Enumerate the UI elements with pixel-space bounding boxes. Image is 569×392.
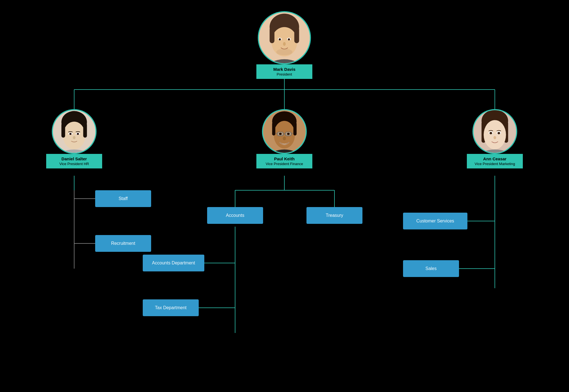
customer-services-label: Customer Services bbox=[416, 219, 454, 224]
mark-davis-label: Mark Davis President bbox=[256, 64, 312, 79]
sales-box: Sales bbox=[403, 260, 459, 277]
svg-point-38 bbox=[484, 120, 506, 149]
svg-point-41 bbox=[490, 132, 492, 134]
paul-title: Vice President Finance bbox=[259, 162, 310, 166]
ann-ceasar-avatar bbox=[472, 109, 517, 154]
paul-keith-face bbox=[263, 110, 306, 153]
mark-davis-avatar bbox=[258, 11, 311, 64]
paul-name: Paul Keith bbox=[259, 156, 310, 162]
svg-point-10 bbox=[276, 49, 292, 55]
treasury-label: Treasury bbox=[326, 213, 343, 218]
recruitment-box: Recruitment bbox=[95, 235, 151, 252]
svg-rect-24 bbox=[272, 122, 275, 136]
svg-rect-14 bbox=[61, 123, 65, 138]
svg-point-42 bbox=[498, 132, 500, 134]
ann-name: Ann Ceasar bbox=[469, 156, 521, 162]
svg-point-7 bbox=[279, 38, 281, 41]
tax-dept-box: Tax Department bbox=[143, 299, 199, 316]
svg-point-32 bbox=[287, 133, 290, 135]
paul-keith-label: Paul Keith Vice President Finance bbox=[256, 154, 312, 168]
staff-box: Staff bbox=[95, 190, 151, 207]
staff-label: Staff bbox=[119, 196, 128, 201]
svg-point-20 bbox=[73, 136, 76, 139]
daniel-name: Daniel Salter bbox=[48, 156, 100, 162]
ann-ceasar-card: Ann Ceasar Vice President Marketing bbox=[467, 109, 523, 168]
ann-ceasar-face bbox=[474, 110, 516, 153]
svg-rect-4 bbox=[294, 27, 299, 43]
svg-rect-25 bbox=[293, 122, 296, 136]
mark-davis-name: Mark Davis bbox=[259, 67, 310, 72]
paul-keith-card: Paul Keith Vice President Finance bbox=[256, 109, 312, 168]
svg-point-31 bbox=[279, 133, 282, 135]
org-chart: Mark Davis President bbox=[0, 0, 569, 392]
daniel-title: Vice President HR bbox=[48, 162, 100, 166]
ann-ceasar-label: Ann Ceasar Vice President Marketing bbox=[467, 154, 523, 168]
recruitment-label: Recruitment bbox=[111, 241, 135, 246]
daniel-salter-face bbox=[53, 110, 95, 153]
ann-title: Vice President Marketing bbox=[469, 162, 521, 166]
sales-label: Sales bbox=[425, 266, 437, 271]
accounts-box: Accounts bbox=[207, 207, 263, 224]
tax-dept-label: Tax Department bbox=[155, 305, 187, 310]
daniel-salter-label: Daniel Salter Vice President HR bbox=[46, 154, 102, 168]
treasury-box: Treasury bbox=[306, 207, 362, 224]
accounts-dept-box: Accounts Department bbox=[143, 255, 204, 271]
svg-point-18 bbox=[69, 133, 72, 135]
daniel-salter-avatar bbox=[52, 109, 97, 154]
paul-keith-avatar bbox=[262, 109, 307, 154]
svg-point-19 bbox=[77, 133, 79, 135]
svg-point-9 bbox=[283, 42, 286, 46]
svg-point-8 bbox=[288, 38, 290, 41]
customer-services-box: Customer Services bbox=[403, 213, 467, 229]
mark-davis-title: President bbox=[259, 72, 310, 77]
svg-rect-3 bbox=[270, 27, 274, 43]
svg-point-13 bbox=[63, 122, 85, 149]
svg-rect-15 bbox=[83, 123, 87, 138]
accounts-label: Accounts bbox=[226, 213, 244, 218]
svg-point-43 bbox=[493, 136, 496, 139]
accounts-dept-label: Accounts Department bbox=[152, 260, 195, 266]
mark-davis-face bbox=[259, 12, 310, 63]
mark-davis-card: Mark Davis President bbox=[256, 11, 312, 79]
daniel-salter-card: Daniel Salter Vice President HR bbox=[46, 109, 102, 168]
svg-point-33 bbox=[283, 137, 286, 140]
